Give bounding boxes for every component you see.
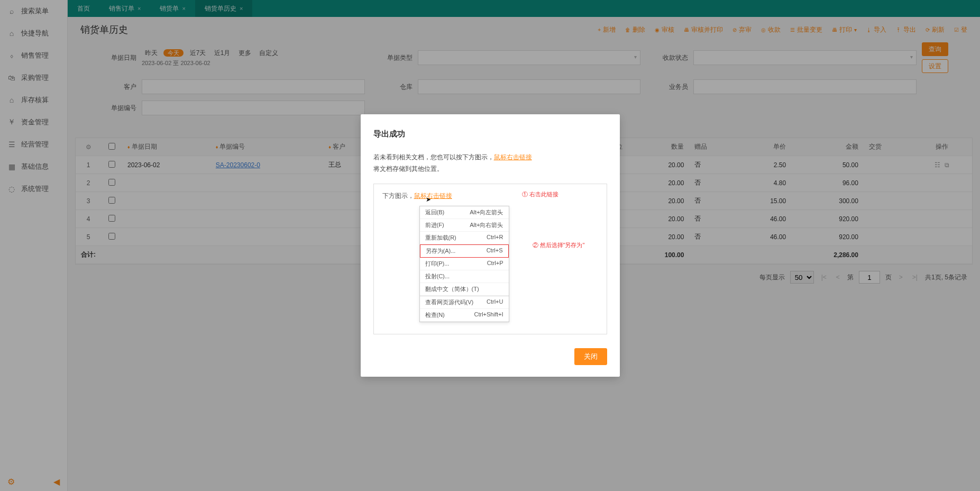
modal-overlay: 导出成功 若未看到相关文档，您也可以按下方图示，鼠标右击链接 将文档存储到其他位…: [0, 0, 980, 17]
